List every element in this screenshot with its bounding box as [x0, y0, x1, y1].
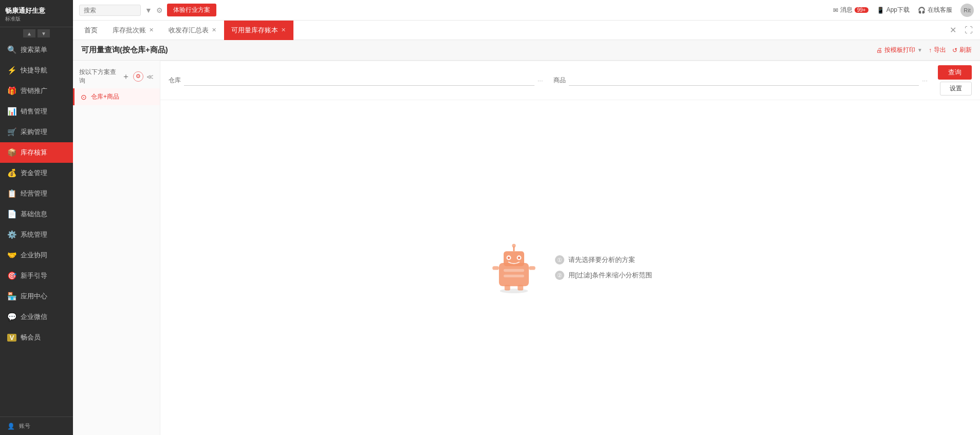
sidebar-scroll-up[interactable]: ▲: [23, 29, 35, 37]
dropdown-icon[interactable]: ▼: [145, 6, 152, 14]
app-download-label: App下载: [886, 6, 910, 14]
svg-point-8: [518, 257, 521, 259]
empty-tips: ① 请先选择要分析的方案 ② 用[过滤]条件来缩小分析范围: [555, 255, 652, 280]
filter-scheme-warehouse-product[interactable]: ⊙ 仓库+商品: [73, 88, 160, 105]
add-scheme-btn[interactable]: ＋: [122, 71, 130, 82]
export-btn[interactable]: ↑ 导出: [929, 46, 946, 54]
app-icon: 📱: [877, 7, 884, 14]
sidebar-item-collab[interactable]: 🤝 企业协同: [0, 245, 73, 266]
sidebar-bottom-text: 账号: [19, 422, 30, 430]
product-label: 商品: [553, 76, 566, 85]
topbar: ▼ ⚙ 体验行业方案 ✉ 消息 99+ 📱 App下载 🎧 在线客服 Rit: [73, 0, 980, 21]
sidebar-item-app-center[interactable]: 🏪 应用中心: [0, 286, 73, 307]
tab-home[interactable]: 首页: [77, 21, 105, 40]
svg-point-4: [512, 244, 515, 248]
close-all-tabs-btn[interactable]: ✕: [947, 24, 959, 36]
warehouse-input[interactable]: [184, 75, 534, 86]
print-btn[interactable]: 🖨 按模板打印 ▼: [876, 46, 922, 54]
empty-tip-1: ① 请先选择要分析的方案: [555, 255, 652, 264]
sidebar-item-basic-info[interactable]: 📄 基础信息: [0, 204, 73, 224]
print-label: 按模板打印: [884, 46, 915, 54]
target-icon: 🎯: [7, 271, 16, 280]
close-icon[interactable]: ✕: [212, 27, 216, 33]
sidebar-item-label: 库存核算: [21, 148, 47, 157]
tab-label: 可用量库存账本: [231, 26, 278, 35]
warehouse-more-icon[interactable]: ···: [538, 77, 543, 84]
sidebar-item-label: 快捷导航: [21, 66, 47, 75]
scheme-settings-btn[interactable]: ⚙: [133, 71, 143, 82]
empty-tip-2: ② 用[过滤]条件来缩小分析范围: [555, 271, 652, 280]
close-icon[interactable]: ✕: [149, 27, 154, 33]
maximize-btn[interactable]: ⛶: [961, 25, 976, 36]
body-layout: 按以下方案查询 ＋ ⚙ ≪ ⊙ 仓库+商品 仓库 ···: [73, 61, 980, 435]
product-more-icon[interactable]: ···: [922, 77, 928, 84]
sidebar-item-members[interactable]: V 畅会员: [0, 327, 73, 348]
sidebar-item-inventory[interactable]: 📦 库存核算: [0, 142, 73, 163]
store-icon: 🏪: [7, 292, 16, 301]
query-btn[interactable]: 查询: [938, 65, 972, 80]
product-field: 商品 ···: [553, 75, 928, 86]
product-input[interactable]: [569, 75, 919, 86]
message-btn[interactable]: ✉ 消息 99+: [833, 6, 868, 14]
settings-icon[interactable]: ⚙: [156, 6, 163, 14]
app-version: 标准版: [5, 15, 68, 23]
sidebar-item-sales[interactable]: 📊 销售管理: [0, 101, 73, 122]
main-content: ① 请先选择要分析的方案 ② 用[过滤]条件来缩小分析范围: [160, 100, 980, 435]
sidebar-item-search[interactable]: 🔍 搜索菜单: [0, 40, 73, 60]
sidebar-scroll-down[interactable]: ▼: [38, 29, 50, 37]
svg-point-7: [508, 257, 510, 259]
message-label: 消息: [840, 6, 853, 14]
sidebar-item-marketing[interactable]: 🎁 营销推广: [0, 81, 73, 101]
sidebar-item-wechat[interactable]: 💬 企业微信: [0, 307, 73, 327]
filter-panel-icons: ＋ ⚙ ≪: [122, 71, 154, 82]
search-input[interactable]: [79, 5, 141, 16]
tab-label: 库存批次账: [113, 26, 146, 35]
svg-rect-12: [504, 275, 524, 277]
message-icon: ✉: [833, 7, 838, 14]
tab-inventory-batch[interactable]: 库存批次账 ✕: [105, 21, 161, 40]
lightning-icon: ⚡: [7, 66, 16, 75]
warehouse-field: 仓库 ···: [169, 75, 543, 86]
sidebar-item-system[interactable]: ⚙️ 系统管理: [0, 224, 73, 245]
refresh-icon: ↺: [952, 47, 957, 54]
search-icon: 🔍: [7, 45, 16, 54]
doc-icon: 📄: [7, 210, 16, 219]
sidebar-item-label: 新手引导: [21, 271, 47, 280]
tab-available-stock[interactable]: 可用量库存账本 ✕: [224, 21, 293, 40]
filter-panel-header: 按以下方案查询 ＋ ⚙ ≪: [73, 65, 160, 88]
sidebar: 畅康通好生意 标准版 ▲ ▼ 🔍 搜索菜单 ⚡ 快捷导航 🎁 营销推广 📊 销售…: [0, 0, 73, 435]
sidebar-item-operations[interactable]: 📋 经营管理: [0, 183, 73, 204]
gift-icon: 🎁: [7, 86, 16, 96]
table-settings-btn[interactable]: 设置: [940, 82, 972, 96]
print-icon: 🖨: [876, 47, 882, 54]
tip-text-1: 请先选择要分析的方案: [568, 255, 635, 264]
sidebar-item-quicknav[interactable]: ⚡ 快捷导航: [0, 60, 73, 81]
message-badge: 99+: [855, 7, 868, 13]
refresh-btn[interactable]: ↺ 刷新: [952, 46, 972, 54]
sidebar-item-label: 应用中心: [21, 292, 47, 301]
sidebar-item-label: 资金管理: [21, 168, 47, 178]
app-download-btn[interactable]: 📱 App下载: [877, 6, 910, 14]
sidebar-item-finance[interactable]: 💰 资金管理: [0, 163, 73, 183]
trial-btn[interactable]: 体验行业方案: [167, 4, 216, 16]
page-header: 可用量查询(按仓库+商品) 🖨 按模板打印 ▼ ↑ 导出 ↺ 刷新: [73, 40, 980, 61]
online-service-label: 在线客服: [928, 6, 952, 14]
tabs-bar: 首页 库存批次账 ✕ 收发存汇总表 ✕ 可用量库存账本 ✕ ✕ ⛶: [73, 21, 980, 40]
main-area: ▼ ⚙ 体验行业方案 ✉ 消息 99+ 📱 App下载 🎧 在线客服 Rit: [73, 0, 980, 435]
collapse-filter-btn[interactable]: ≪: [146, 71, 154, 82]
tab-receive-summary[interactable]: 收发存汇总表 ✕: [161, 21, 224, 40]
avatar[interactable]: Rit: [960, 4, 974, 17]
app-name: 畅康通好生意: [5, 6, 68, 15]
svg-rect-11: [504, 269, 524, 272]
online-service-btn[interactable]: 🎧 在线客服: [918, 6, 952, 14]
warehouse-label: 仓库: [169, 76, 181, 85]
cart-icon: 🛒: [7, 127, 16, 137]
empty-illustration: [488, 242, 540, 293]
svg-rect-13: [505, 285, 510, 291]
query-action-btns: 查询 设置: [938, 65, 972, 96]
tip-text-2: 用[过滤]条件来缩小分析范围: [568, 271, 652, 280]
close-icon[interactable]: ✕: [281, 27, 286, 33]
sidebar-item-guide[interactable]: 🎯 新手引导: [0, 266, 73, 286]
sidebar-item-label: 采购管理: [21, 127, 47, 137]
sidebar-item-purchase[interactable]: 🛒 采购管理: [0, 122, 73, 142]
